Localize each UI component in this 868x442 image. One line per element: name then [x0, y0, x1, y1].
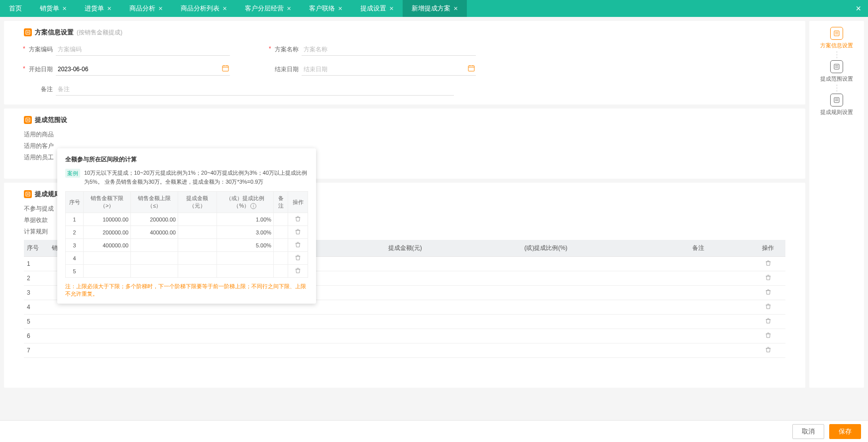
th-remark: 备注: [689, 240, 751, 257]
tab-销货单[interactable]: 销货单✕: [31, 0, 76, 17]
tab-close-icon[interactable]: ✕: [158, 5, 163, 12]
section-icon: [24, 116, 32, 124]
tooltip-row: 5: [66, 265, 308, 278]
panel-plan-info: 方案信息设置 (按销售金额提成) 方案编码 方案名称 开始日期: [4, 21, 805, 105]
calendar-icon[interactable]: [468, 65, 475, 73]
example-text: 10万元以下无提成；10~20万元提成比例为1%；20~40万提成比例为3%；4…: [84, 169, 308, 186]
delete-icon[interactable]: [765, 318, 771, 324]
panel-subtitle: (按销售金额提成): [77, 28, 122, 37]
tab-close-icon[interactable]: ✕: [338, 5, 342, 12]
svg-rect-3: [222, 66, 228, 71]
tab-客户分层经营[interactable]: 客户分层经营✕: [236, 0, 300, 17]
delete-icon[interactable]: [295, 216, 301, 222]
input-plan-code[interactable]: [56, 43, 230, 56]
tab-商品分析[interactable]: 商品分析✕: [120, 0, 172, 17]
delete-icon[interactable]: [295, 228, 301, 235]
section-icon: [24, 190, 32, 198]
svg-rect-14: [26, 192, 30, 196]
tab-close-icon[interactable]: ✕: [389, 5, 394, 12]
th-op: 操作: [751, 240, 785, 257]
anchor-icon: [830, 60, 843, 73]
panel-title: 方案信息设置: [35, 28, 74, 37]
delete-icon[interactable]: [765, 289, 771, 295]
tooltip-title: 全额参与所在区间段的计算: [65, 155, 308, 164]
scope-goods-label: 适用的商品: [24, 130, 64, 139]
tab-close-icon[interactable]: ✕: [453, 5, 458, 12]
svg-rect-17: [834, 31, 839, 36]
label-name: 方案名称: [270, 45, 302, 54]
input-remark[interactable]: [56, 83, 454, 96]
tab-进货单[interactable]: 进货单✕: [76, 0, 120, 17]
tooltip-row: 1100000.00200000.001.00%: [66, 213, 308, 226]
tooltip-row: 3400000.005.00%: [66, 239, 308, 252]
delete-icon[interactable]: [295, 241, 301, 248]
tooltip-row: 4: [66, 252, 308, 265]
close-all-tabs[interactable]: ×: [853, 0, 864, 17]
anchor-nav: 方案信息设置提成范围设置提成规则设置: [809, 21, 864, 388]
input-end-date[interactable]: [302, 63, 476, 76]
example-tag: 案例: [65, 169, 80, 178]
svg-rect-0: [26, 30, 30, 34]
tab-close-icon[interactable]: ✕: [222, 5, 227, 12]
anchor-0[interactable]: 方案信息设置: [820, 27, 853, 49]
tab-close-icon[interactable]: ✕: [287, 5, 291, 12]
th-idx: 序号: [24, 240, 49, 257]
svg-rect-20: [834, 64, 839, 69]
delete-icon[interactable]: [295, 267, 301, 274]
anchor-icon: [830, 27, 843, 40]
rule-row[interactable]: 7: [24, 343, 785, 358]
rule-row[interactable]: 6: [24, 329, 785, 343]
input-plan-name[interactable]: [302, 43, 476, 56]
label-remark: 备注: [24, 85, 56, 94]
anchor-1[interactable]: 提成范围设置: [820, 60, 853, 83]
label-code: 方案编码: [24, 45, 56, 54]
svg-rect-11: [26, 118, 30, 122]
rule-row[interactable]: 5: [24, 315, 785, 329]
tab-首页[interactable]: 首页: [0, 0, 31, 17]
tab-bar: 首页销货单✕进货单✕商品分析✕商品分析列表✕客户分层经营✕客户联络✕提成设置✕新…: [0, 0, 868, 17]
anchor-icon: [830, 94, 843, 107]
delete-icon[interactable]: [295, 254, 301, 261]
info-icon[interactable]: i: [250, 203, 256, 209]
label-start: 开始日期: [24, 65, 56, 74]
tab-close-icon[interactable]: ✕: [62, 5, 67, 12]
tooltip-note: 注：上限必须大于下限；多个阶梯时，下一个阶梯下限要等于前一阶梯上限；不同行之间下…: [65, 283, 308, 298]
delete-icon[interactable]: [765, 346, 771, 353]
label-end: 结束日期: [270, 65, 302, 74]
tab-客户联络[interactable]: 客户联络✕: [300, 0, 351, 17]
th-ratio: (或)提成比例(%): [521, 240, 689, 257]
tab-新增提成方案[interactable]: 新增提成方案✕: [403, 0, 467, 17]
tab-close-icon[interactable]: ✕: [107, 5, 111, 12]
delete-icon[interactable]: [765, 260, 771, 266]
panel-title: 提成范围设: [35, 115, 67, 124]
tab-商品分析列表[interactable]: 商品分析列表✕: [172, 0, 236, 17]
th-amount: 提成金额(元): [385, 240, 522, 257]
tooltip-row: 2200000.00400000.003.00%: [66, 226, 308, 239]
delete-icon[interactable]: [765, 274, 771, 281]
calendar-icon[interactable]: [222, 65, 229, 73]
delete-icon[interactable]: [765, 332, 771, 338]
svg-rect-23: [834, 98, 839, 103]
anchor-2[interactable]: 提成规则设置: [820, 94, 853, 116]
delete-icon[interactable]: [765, 303, 771, 310]
section-icon: [24, 28, 32, 36]
svg-rect-7: [468, 66, 474, 71]
tab-提成设置[interactable]: 提成设置✕: [351, 0, 403, 17]
calc-rule-tooltip: 全额参与所在区间段的计算 案例 10万元以下无提成；10~20万元提成比例为1%…: [57, 148, 316, 304]
tooltip-table: 序号 销售金额下限（>） 销售金额上限（≤） 提成金额（元） （或）提成比例（%…: [65, 191, 308, 278]
input-start-date[interactable]: [56, 63, 230, 76]
